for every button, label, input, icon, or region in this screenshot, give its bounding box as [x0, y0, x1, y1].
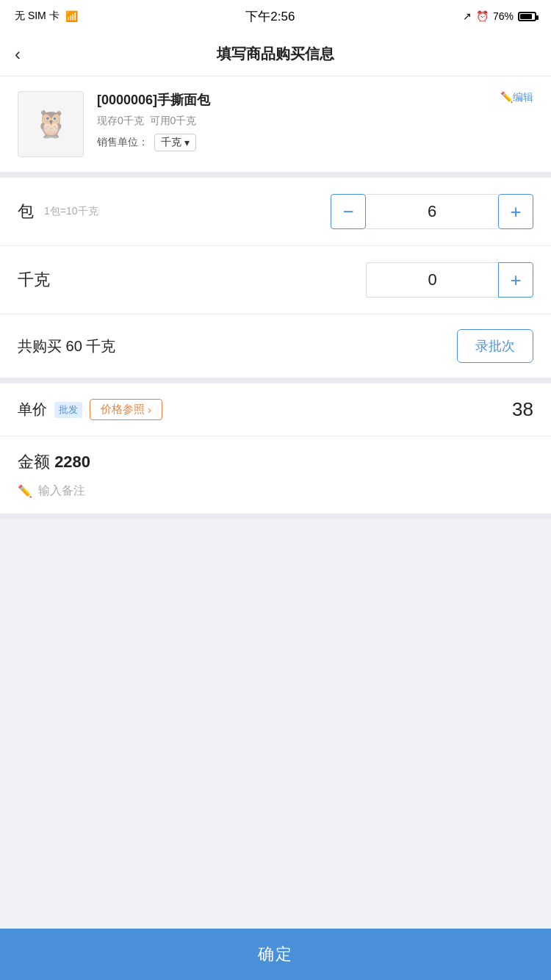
product-name: [0000006]手撕面包 [97, 91, 210, 109]
confirm-button[interactable]: 确定 [0, 929, 551, 980]
quantity-row-kg: 千克 + [0, 246, 551, 314]
price-value: 38 [512, 398, 533, 421]
qty-controls-bag: − + [331, 194, 533, 229]
quantity-section: 包 1包=10千克 − + 千克 + [0, 178, 551, 314]
qty-label-kg: 千克 [18, 269, 50, 291]
product-info: [0000006]手撕面包 ✏️编辑 现存0千克 可用0千克 销售单位： 千克 … [97, 91, 533, 151]
dropdown-icon: ▾ [184, 137, 190, 148]
qty-controls-kg: + [366, 262, 533, 298]
price-ref-button[interactable]: 价格参照 › [90, 399, 162, 420]
nav-bar: ‹ 填写商品购买信息 [0, 32, 551, 76]
remark-row[interactable]: ✏️ 输入备注 [18, 483, 533, 499]
product-thumbnail: 🦉 [18, 91, 84, 157]
status-right: ↗ ⏰ 76% [463, 10, 536, 22]
price-badge: 批发 [54, 402, 82, 418]
empty-area [0, 519, 551, 769]
wifi-icon: 📶 [65, 10, 78, 22]
remark-placeholder: 输入备注 [38, 483, 85, 499]
status-left: 无 SIM 卡 📶 [15, 10, 78, 23]
qty-label-bag: 包 1包=10千克 [18, 201, 98, 223]
amount-section: 金额 2280 ✏️ 输入备注 [0, 436, 551, 519]
battery-percent: 76% [493, 10, 514, 22]
price-label: 单价 [18, 400, 47, 419]
qty-hint-bag: 1包=10千克 [44, 205, 98, 218]
battery-icon [518, 12, 536, 21]
status-bar: 无 SIM 卡 📶 下午2:56 ↗ ⏰ 76% [0, 0, 551, 32]
page-title: 填写商品购买信息 [217, 44, 334, 64]
product-unit-row: 销售单位： 千克 ▾ [97, 134, 533, 151]
owl-icon: 🦉 [35, 109, 68, 140]
status-time: 下午2:56 [245, 8, 295, 25]
unit-label: 销售单位： [97, 136, 148, 149]
alarm-icon: ⏰ [476, 10, 489, 22]
pencil-icon: ✏️ [18, 484, 32, 498]
decrement-bag-button[interactable]: − [331, 194, 366, 229]
quantity-row-bag: 包 1包=10千克 − + [0, 178, 551, 246]
price-left: 单价 批发 价格参照 › [18, 399, 162, 420]
product-section: 🦉 [0000006]手撕面包 ✏️编辑 现存0千克 可用0千克 销售单位： 千… [0, 76, 551, 178]
price-section: 单价 批发 价格参照 › 38 [0, 383, 551, 436]
amount-text: 金额 2280 [18, 451, 533, 473]
qty-input-kg[interactable] [366, 262, 498, 298]
increment-bag-button[interactable]: + [498, 194, 533, 229]
edit-button[interactable]: ✏️编辑 [500, 91, 533, 104]
record-batch-button[interactable]: 录批次 [457, 329, 533, 363]
product-stock: 现存0千克 可用0千克 [97, 115, 533, 128]
increment-kg-button[interactable]: + [498, 262, 533, 298]
qty-input-bag[interactable] [366, 194, 498, 229]
back-button[interactable]: ‹ [15, 44, 21, 65]
total-text: 共购买 60 千克 [18, 336, 115, 356]
total-section: 共购买 60 千克 录批次 [0, 314, 551, 383]
location-icon: ↗ [463, 10, 472, 22]
unit-select[interactable]: 千克 ▾ [154, 134, 196, 151]
carrier-label: 无 SIM 卡 [15, 10, 60, 23]
chevron-right-icon: › [148, 403, 151, 416]
amount-value: 2280 [54, 453, 90, 471]
